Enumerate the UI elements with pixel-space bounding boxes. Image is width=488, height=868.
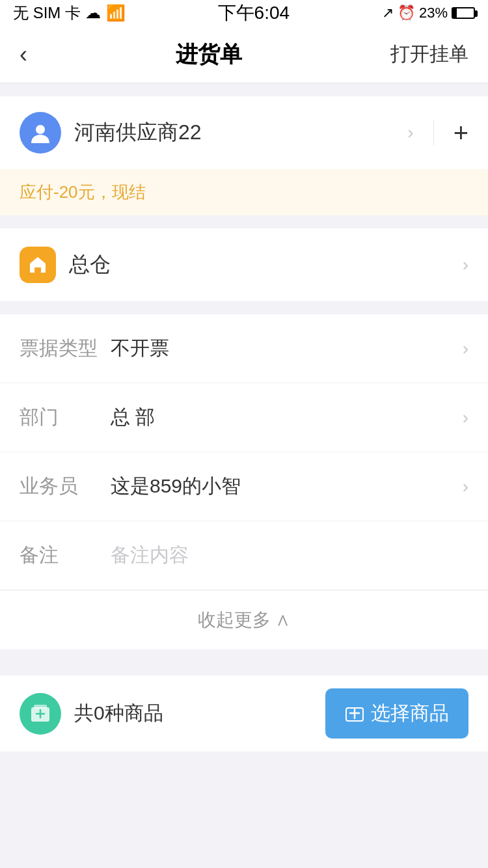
collapse-button[interactable]: 收起更多 ∧ [0,590,488,649]
supplier-section: 河南供应商22 › + 应付-20元，现结 [0,96,488,215]
remark-value[interactable]: 备注内容 [111,542,468,569]
salesperson-label: 业务员 [20,473,111,500]
status-left: 无 SIM 卡 ☁ 📶 [13,3,126,23]
svg-rect-3 [34,705,47,709]
collapse-label: 收起更多 ∧ [198,608,291,632]
department-chevron-icon: › [463,407,468,428]
section-gap-2 [0,215,488,228]
notice-bar: 应付-20元，现结 [0,169,488,215]
supplier-chevron-icon: › [407,122,413,143]
section-gap-4 [0,649,488,662]
department-value: 总 部 [111,404,463,431]
department-row[interactable]: 部门 总 部 › [0,383,488,452]
svg-rect-1 [34,267,41,273]
battery-icon [452,7,475,19]
add-supplier-button[interactable]: + [454,118,468,148]
svg-point-0 [36,125,45,134]
invoice-type-label: 票据类型 [20,335,111,362]
location-icon: ↗ [382,5,394,21]
remark-label: 备注 [20,542,111,569]
product-count: 共0种商品 [74,700,325,727]
warehouse-chevron-icon: › [463,254,468,275]
battery-label: 23% [419,5,448,21]
salesperson-chevron-icon: › [463,476,468,497]
page-title: 进货单 [176,40,242,70]
status-right: ↗ ⏰ 23% [382,5,475,21]
warehouse-row[interactable]: 总仓 › [0,228,488,301]
invoice-type-row[interactable]: 票据类型 不开票 › [0,314,488,383]
fields-section: 票据类型 不开票 › 部门 总 部 › 业务员 这是859的小智 › 备注 备注… [0,314,488,649]
select-product-button[interactable]: 选择商品 [325,688,468,739]
product-icon-wrap [20,693,61,735]
supplier-divider [433,120,434,146]
supplier-avatar [20,112,61,154]
wifi-icon: 📶 [106,4,126,22]
status-time: 下午6:04 [218,1,290,25]
invoice-type-value: 不开票 [111,335,463,362]
section-gap-1 [0,83,488,96]
no-sim-label: 无 SIM 卡 ☁ [13,3,101,23]
select-product-label: 选择商品 [371,700,449,727]
alarm-icon: ⏰ [398,5,415,21]
status-bar: 无 SIM 卡 ☁ 📶 下午6:04 ↗ ⏰ 23% [0,0,488,26]
section-gap-3 [0,301,488,314]
warehouse-icon-wrap [20,247,56,283]
invoice-type-chevron-icon: › [463,338,468,359]
warehouse-section: 总仓 › [0,228,488,301]
nav-bar: ‹ 进货单 打开挂单 [0,26,488,83]
warehouse-name: 总仓 [69,251,463,279]
open-pending-button[interactable]: 打开挂单 [390,41,468,68]
remark-row[interactable]: 备注 备注内容 [0,521,488,590]
salesperson-row[interactable]: 业务员 这是859的小智 › [0,452,488,521]
salesperson-value: 这是859的小智 [111,473,463,500]
supplier-row[interactable]: 河南供应商22 › + [0,96,488,169]
product-bar: 共0种商品 选择商品 [0,675,488,752]
back-button[interactable]: ‹ [20,41,27,68]
supplier-name: 河南供应商22 [74,118,407,147]
department-label: 部门 [20,404,111,431]
